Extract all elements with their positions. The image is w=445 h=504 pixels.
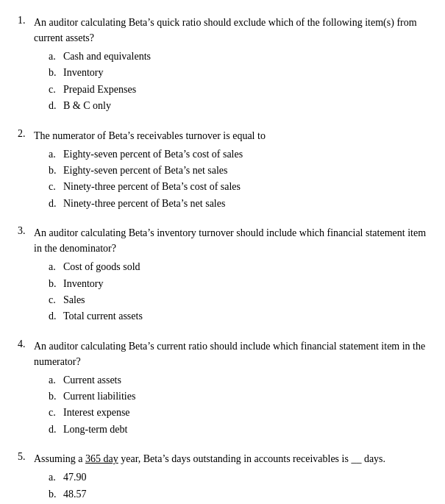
option-text: Cost of goods sold [63, 259, 140, 275]
option-text: B & C only [63, 98, 111, 114]
option-text: Prepaid Expenses [63, 82, 136, 98]
option-text: Ninety-three percent of Beta’s cost of s… [63, 179, 241, 195]
option-text: Current liabilities [63, 388, 135, 405]
option-text: Cash and equivalents [63, 49, 151, 65]
question-3: 3.An auditor calculating Beta’s inventor… [18, 225, 427, 325]
options-list-5: a.47.90b.48.57c.61.55 [34, 469, 427, 504]
options-list-1: a.Cash and equivalentsb.Inventoryc.Prepa… [34, 49, 427, 115]
question-content-4: An auditor calculating Beta’s current ra… [34, 338, 427, 439]
option-text: Inventory [63, 65, 103, 81]
option-item: c.Sales [49, 292, 427, 308]
option-text: Sales [63, 292, 85, 308]
question-4: 4.An auditor calculating Beta’s current … [18, 338, 427, 439]
option-item: d.B & C only [49, 98, 427, 114]
option-text: 47.90 [63, 469, 87, 486]
question-number-5: 5. [18, 451, 34, 504]
option-label: b. [49, 276, 63, 292]
question-content-1: An auditor calculating Beta’s quick rati… [34, 15, 427, 115]
option-item: c.Interest expense [49, 405, 427, 421]
question-text-4: An auditor calculating Beta’s current ra… [34, 338, 427, 369]
option-item: d.Ninety-three percent of Beta’s net sal… [49, 196, 427, 212]
question-content-2: The numerator of Beta’s receivables turn… [34, 128, 427, 213]
option-item: b.Current liabilities [49, 388, 427, 405]
option-text: 48.57 [63, 486, 87, 503]
option-item: a.Current assets [49, 372, 427, 388]
option-item: a.47.90 [49, 469, 427, 486]
option-label: b. [49, 163, 63, 179]
option-label: c. [49, 292, 63, 308]
option-item: c.Ninety-three percent of Beta’s cost of… [49, 179, 427, 195]
option-label: a. [49, 469, 63, 486]
option-item: a.Eighty-seven percent of Beta’s cost of… [49, 146, 427, 163]
option-item: b.Inventory [49, 65, 427, 81]
option-item: b.Inventory [49, 276, 427, 292]
option-label: a. [49, 146, 63, 163]
questions-container: 1.An auditor calculating Beta’s quick ra… [18, 15, 427, 504]
options-list-3: a.Cost of goods soldb.Inventoryc.Salesd.… [34, 259, 427, 325]
question-text-3: An auditor calculating Beta’s inventory … [34, 225, 427, 256]
option-text: Ninety-three percent of Beta’s net sales [63, 196, 225, 212]
option-label: b. [49, 65, 63, 81]
option-item: b.48.57 [49, 486, 427, 503]
option-text: Current assets [63, 372, 121, 388]
option-item: d.Long-term debt [49, 422, 427, 438]
question-number-2: 2. [18, 128, 34, 213]
option-item: a.Cash and equivalents [49, 49, 427, 65]
option-label: c. [49, 405, 63, 421]
option-label: b. [49, 388, 63, 405]
option-text: Eighty-seven percent of Beta’s cost of s… [63, 146, 243, 163]
question-number-1: 1. [18, 15, 34, 115]
option-item: c.Prepaid Expenses [49, 82, 427, 98]
option-label: a. [49, 372, 63, 388]
option-item: d.Total current assets [49, 308, 427, 324]
underlined-text: 365 day [85, 453, 118, 464]
option-label: d. [49, 98, 63, 114]
question-text-5: Assuming a 365 day year, Beta’s days out… [34, 451, 427, 466]
options-list-2: a.Eighty-seven percent of Beta’s cost of… [34, 146, 427, 213]
option-item: a.Cost of goods sold [49, 259, 427, 275]
question-number-3: 3. [18, 225, 34, 325]
option-label: c. [49, 179, 63, 195]
option-item: b.Eighty-seven percent of Beta’s net sal… [49, 163, 427, 179]
question-2: 2.The numerator of Beta’s receivables tu… [18, 128, 427, 213]
question-text-2: The numerator of Beta’s receivables turn… [34, 128, 427, 143]
question-1: 1.An auditor calculating Beta’s quick ra… [18, 15, 427, 115]
option-text: Eighty-seven percent of Beta’s net sales [63, 163, 228, 179]
question-text-1: An auditor calculating Beta’s quick rati… [34, 15, 427, 46]
option-label: d. [49, 422, 63, 438]
question-content-5: Assuming a 365 day year, Beta’s days out… [34, 451, 427, 504]
option-text: Total current assets [63, 308, 143, 324]
options-list-4: a.Current assetsb.Current liabilitiesc.I… [34, 372, 427, 439]
option-label: b. [49, 486, 63, 503]
question-content-3: An auditor calculating Beta’s inventory … [34, 225, 427, 325]
option-label: d. [49, 196, 63, 212]
option-label: a. [49, 259, 63, 275]
option-label: c. [49, 82, 63, 98]
option-label: a. [49, 49, 63, 65]
option-text: Interest expense [63, 405, 130, 421]
option-text: Long-term debt [63, 422, 127, 438]
question-5: 5.Assuming a 365 day year, Beta’s days o… [18, 451, 427, 504]
option-text: Inventory [63, 276, 103, 292]
option-label: d. [49, 308, 63, 324]
question-number-4: 4. [18, 338, 34, 439]
